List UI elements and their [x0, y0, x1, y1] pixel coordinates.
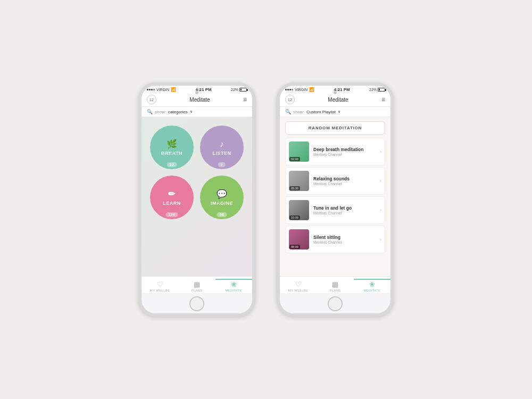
right-wellbe-active-bar: [280, 279, 317, 280]
wifi-icon: 📶: [171, 87, 176, 92]
right-status-bar: VIRGIN 📶 4:21 PM 22%: [280, 86, 390, 93]
battery-fill: [240, 89, 242, 90]
deep-breath-title: Deep breath meditation: [313, 147, 376, 152]
random-meditation-button[interactable]: RANDOM MEDITATION: [285, 121, 385, 135]
categories-grid: 🌿 BREATH 22 ♪ LISTEN 7 ✏ LEARN 120 💬 IMA…: [142, 117, 252, 228]
left-app-header: 12 Meditate ≡: [142, 93, 252, 107]
left-show-value[interactable]: categories: [168, 110, 188, 114]
deep-breath-subtitle: Mentors Channel: [313, 153, 376, 156]
phones-container: VIRGIN 📶 4:21 PM 22% 12 Meditate ≡ 🔍 sho…: [138, 82, 394, 317]
category-learn[interactable]: ✏ LEARN 120: [150, 176, 194, 219]
wellbe-icon: ♡: [157, 280, 163, 288]
left-tab-bar: ♡ MY WELLBE ▦ PLANS ❀ MEDITATE: [142, 276, 252, 293]
right-phone: VIRGIN 📶 4:21 PM 22% 12 Meditate ≡ 🔍 sho…: [277, 82, 394, 317]
tune-in-duration: 10:00: [289, 215, 300, 220]
silent-sitting-title: Silent sitting: [313, 235, 376, 240]
right-battery-fill: [379, 89, 380, 90]
battery-percent: 22%: [231, 88, 238, 92]
left-header-num[interactable]: 12: [147, 95, 156, 104]
deep-breath-duration: 02:00: [289, 157, 300, 161]
left-tab-wellbe[interactable]: ♡ MY WELLBE: [142, 279, 178, 292]
left-app-content: 🌿 BREATH 22 ♪ LISTEN 7 ✏ LEARN 120 💬 IMA…: [142, 117, 252, 276]
right-show-arrow[interactable]: ∨: [338, 110, 340, 114]
left-show-arrow[interactable]: ∨: [190, 110, 193, 114]
left-header-title: Meditate: [189, 97, 210, 103]
deep-breath-thumb: 02:00: [289, 142, 309, 162]
learn-icon: ✏: [168, 189, 176, 199]
rdot4: [292, 89, 293, 90]
left-tab-plans[interactable]: ▦ PLANS: [178, 279, 215, 292]
left-status-bar: VIRGIN 📶 4:21 PM 22%: [142, 86, 252, 93]
left-show-label: show:: [155, 110, 166, 114]
breath-count: 22: [167, 162, 177, 167]
tune-in-subtitle: Mentors Channel: [313, 211, 376, 215]
right-tab-meditate[interactable]: ❀ MEDITATE: [354, 279, 390, 292]
plans-icon: ▦: [194, 280, 200, 288]
rdot1: [285, 89, 287, 90]
rdot3: [289, 89, 291, 90]
breath-icon: 🌿: [167, 139, 178, 149]
category-breath[interactable]: 🌿 BREATH 22: [150, 126, 194, 169]
category-listen[interactable]: ♪ LISTEN 7: [200, 126, 244, 169]
right-signal-dots: [285, 89, 293, 90]
right-app-header: 12 Meditate ≡: [280, 93, 390, 107]
deep-breath-arrow: ›: [380, 149, 381, 154]
signal-dots: [147, 89, 155, 90]
right-search-bar: 🔍 show: Custom Playlist ∨: [280, 107, 390, 117]
right-meditate-label: MEDITATE: [363, 289, 380, 292]
silent-sitting-arrow: ›: [380, 237, 381, 242]
left-menu-icon[interactable]: ≡: [243, 96, 247, 103]
tune-in-title: Tune in and let go: [313, 205, 376, 211]
relaxing-sounds-title: Relaxing sounds: [313, 176, 376, 181]
imagine-icon: 💬: [217, 189, 228, 199]
tune-in-arrow: ›: [380, 207, 381, 213]
right-wellbe-label: MY WELLBE: [288, 289, 309, 292]
right-tab-wellbe[interactable]: ♡ MY WELLBE: [280, 279, 317, 292]
playlist-content: RANDOM MEDITATION 02:00 Deep breath medi…: [280, 117, 390, 276]
right-status-left: VIRGIN 📶: [285, 87, 314, 92]
plans-active-bar: [178, 279, 215, 280]
right-tab-plans[interactable]: ▦ PLANS: [317, 279, 353, 292]
right-time: 4:21 PM: [334, 87, 350, 92]
silent-sitting-thumb: 08:00: [289, 229, 309, 250]
category-imagine[interactable]: 💬 IMAGINE 56: [200, 176, 244, 219]
battery-icon: [239, 88, 247, 92]
carrier-label: VIRGIN: [156, 88, 169, 92]
dot4: [153, 89, 155, 90]
playlist-item-silent-sitting[interactable]: 08:00 Silent sitting Mentors Channel ›: [285, 226, 385, 253]
right-tab-bar: ♡ MY WELLBE ▦ PLANS ❀ MEDITATE: [280, 276, 390, 293]
right-show-label: show:: [293, 110, 304, 114]
right-home-button[interactable]: [328, 296, 343, 311]
listen-count: 7: [218, 162, 226, 167]
wellbe-active-bar: [142, 279, 178, 280]
left-tab-meditate[interactable]: ❀ MEDITATE: [215, 279, 252, 292]
right-show-value[interactable]: Custom Playlist: [306, 110, 336, 114]
right-battery-percent: 22%: [369, 88, 377, 92]
relaxing-sounds-info: Relaxing sounds Mentors Channel: [313, 176, 376, 186]
playlist-item-deep-breath[interactable]: 02:00 Deep breath meditation Mentors Cha…: [285, 138, 385, 165]
imagine-count: 56: [217, 212, 227, 217]
right-search-icon[interactable]: 🔍: [285, 109, 291, 114]
relaxing-sounds-subtitle: Mentors Channel: [313, 182, 376, 186]
left-search-bar: 🔍 show: categories ∨: [142, 107, 252, 117]
left-home-button[interactable]: [189, 296, 204, 311]
right-plans-active-bar: [317, 279, 353, 280]
right-header-num[interactable]: 12: [285, 95, 295, 104]
meditate-active-bar: [215, 279, 252, 280]
playlist-item-relaxing-sounds[interactable]: 05:30 Relaxing sounds Mentors Channel ›: [285, 167, 385, 195]
left-time: 4:21 PM: [195, 87, 211, 92]
silent-sitting-subtitle: Mentors Channel: [313, 240, 376, 244]
dot1: [147, 89, 148, 90]
playlist-item-tune-in[interactable]: 10:00 Tune in and let go Mentors Channel…: [285, 196, 385, 224]
left-status-right: 22%: [231, 88, 247, 92]
breath-label: BREATH: [161, 151, 182, 156]
wellbe-label: MY WELLBE: [150, 289, 170, 292]
silent-sitting-duration: 08:00: [289, 245, 300, 249]
right-menu-icon[interactable]: ≡: [381, 96, 385, 103]
relaxing-sounds-thumb: 05:30: [289, 171, 309, 191]
dot2: [149, 89, 151, 90]
relaxing-sounds-arrow: ›: [380, 178, 381, 184]
left-search-icon[interactable]: 🔍: [147, 109, 153, 114]
rdot2: [287, 89, 289, 90]
right-battery-icon: [378, 88, 385, 92]
